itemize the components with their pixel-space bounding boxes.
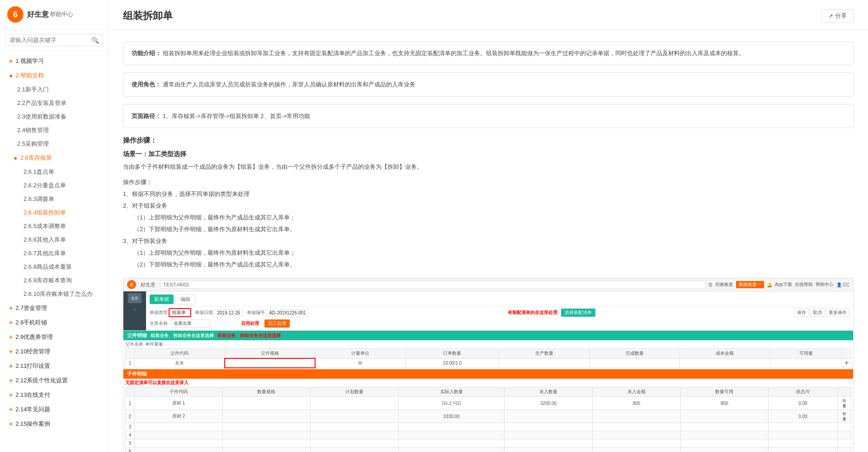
table-row: 3 (126, 423, 851, 431)
ss-save-btn[interactable]: 保存 (794, 309, 809, 317)
sidebar-item-2-2[interactable]: 2.2产品安装及登录 (0, 96, 108, 110)
path-label: 页面路径： (132, 113, 161, 119)
search-input[interactable] (5, 34, 103, 46)
sidebar-item-2-4[interactable]: 2.4销售管理 (0, 124, 108, 137)
ss-tab-active[interactable]: 新单据 (150, 295, 174, 304)
sidebar-item-2-13[interactable]: + 2.13在线支付 (0, 388, 108, 402)
step3-1: （1）上部明细为父件明细，最终作为原材料生成其它出库单； (123, 247, 854, 259)
ss-menu-icon: ☰ (708, 282, 712, 287)
logo-icon: 6 (7, 6, 24, 23)
ss-top-table-wrap: 父件名称 单件重量 父件代码 父件规格 计量单位 订单数量 生产数量 (123, 340, 853, 369)
sidebar-item-2-6-9[interactable]: 2.6.9库存账本查询 (0, 274, 108, 287)
step1: 1、根据不同的业务，选择不同单据的类型来处理 (123, 188, 854, 200)
screenshot-container: 6 好生意 TEST-H002 ☰ 切换账套 新建账套一 🔔 App下载 在线帮… (123, 278, 854, 452)
sidebar-item-2-11[interactable]: + 2.11打印设置 (0, 359, 108, 373)
ss-field-doctype: 组装单 (169, 308, 191, 317)
sidebar-item-2-10[interactable]: + 2.10经营管理 (0, 344, 108, 359)
nav-tree: + 1.视频学习 ● 2.帮助文档 2.1新手入门 2.2产品安装及登录 2.3… (0, 51, 108, 452)
expand-icon: + (9, 57, 13, 65)
expand-icon: + (9, 333, 13, 341)
ss-section-header: 父件明细 组装业务、拆卸业务在这里选择 组装业务、拆卸业务在这里选择 (123, 331, 853, 340)
sidebar-item-2-6-8[interactable]: 2.6.8商品成本重算 (0, 260, 108, 274)
ss-bottom-table: 子件代码 数量规格 计划数量 实际入数量 未入数量 未入金额 数量可用 状态/V (125, 387, 851, 452)
page-header: 组装拆卸单 ↗ 分享 (108, 0, 868, 30)
scene1-title: 场景一：加工类型选择 (123, 150, 854, 158)
expand-icon: + (9, 305, 13, 312)
sidebar-item-2-14[interactable]: + 2.14常见问题 (0, 402, 108, 417)
sidebar-item-2-6[interactable]: ● 2.6库存核算 (0, 151, 108, 165)
main-content: 组装拆卸单 ↗ 分享 功能介绍： 组装拆卸单用来处理企业组装或拆卸等加工业务，支… (108, 0, 868, 452)
table-row: 5 (126, 439, 851, 447)
path-text: 1、库存核算->库存管理->组装拆卸单 2、首页->常用功能 (163, 113, 311, 119)
table-row: 1 原材 1 (以上+以) 3200.00 800 800 0.00 ⚙ 🗑 (126, 397, 851, 410)
collapse-icon-2-6: ● (14, 154, 17, 162)
sidebar-item-2-8[interactable]: + 2.8手机旺铺 (0, 315, 108, 330)
table-row: 6 (126, 447, 851, 452)
sidebar-item-2-6-5[interactable]: 2.6.5成本调整单 (0, 219, 108, 233)
sidebar-item-2-12[interactable]: + 2.12系统个性化设置 (0, 373, 108, 388)
sidebar-item-2-6-4[interactable]: 2.6.4组装拆卸单 (0, 206, 108, 219)
ss-annotation-top: 有装配清单的在这里处理 (508, 309, 557, 316)
function-intro-label: 功能介绍： (132, 50, 161, 57)
ss-toolbar2: 仓库名称 仓库出库 启用处理 完工处理 (150, 319, 849, 328)
ss-process-btn[interactable]: 完工处理 (264, 319, 290, 328)
sidebar-item-2-6-6[interactable]: 2.6.6其他入库单 (0, 233, 108, 247)
ss-toolbar: 单据类型 组装单 单据日期 2019-12-26 单据编号 AD-2019122… (150, 306, 849, 319)
ss-select-btn[interactable]: 选择装配清单 (561, 309, 595, 317)
ss-annotation-bottom: 无固定清单可以直接在这里录入 (125, 379, 851, 387)
search-icon: 🔍 (91, 37, 99, 44)
screenshot-mockup: 6 好生意 TEST-H002 ☰ 切换账套 新建账套一 🔔 App下载 在线帮… (123, 278, 853, 452)
step2-1: （1）上部明细为父件明细，最终作为产成品生成其它入库单； (123, 212, 854, 224)
expand-icon: + (9, 377, 13, 384)
role-label: 使用角色： (132, 81, 161, 88)
ss-topbar: 6 好生意 TEST-H002 ☰ 切换账套 新建账套一 🔔 App下载 在线帮… (123, 278, 853, 291)
ss-cancel-btn[interactable]: 取消 (810, 309, 825, 317)
ss-field-date: 2019-12-26 (214, 309, 243, 316)
ss-annotation-process: 启用处理 (241, 320, 259, 327)
sidebar-item-2-6-1[interactable]: 2.6.1盘点单 (0, 165, 108, 179)
sidebar-item-2-3[interactable]: 2.3使用前数据准备 (0, 110, 108, 124)
step2-2: （2）下部明细为子件明细，最终作为原材料生成其它出库单。 (123, 224, 854, 235)
sidebar-item-2-9[interactable]: + 2.9优惠券管理 (0, 330, 108, 344)
step3-2: （2）下部明细为子件明细，最终作为产成品生成其它入库单。 (123, 259, 854, 271)
sidebar-item-2-6-7[interactable]: 2.6.7其他出库单 (0, 247, 108, 260)
expand-icon: + (9, 420, 13, 428)
ss-subnav: 首页 + 新单据 编辑 (123, 291, 853, 331)
share-button[interactable]: ↗ 分享 (821, 9, 854, 23)
sidebar: 6 好生意 帮助中心 🔍 + 1.视频学习 ● 2.帮助文档 2.1新手入门 2… (0, 0, 108, 452)
nav-label: 1.视频学习 (15, 57, 44, 65)
sidebar-item-2-1[interactable]: 2.1新手入门 (0, 83, 108, 96)
sidebar-item-2-5[interactable]: 2.5采购管理 (0, 137, 108, 151)
sidebar-item-videos[interactable]: + 1.视频学习 (0, 54, 108, 68)
page-title: 组装拆卸单 (123, 9, 173, 23)
ss-logo: 6 (127, 280, 136, 289)
collapse-icon: ● (9, 72, 13, 79)
ss-more-btn[interactable]: 更多操作 (826, 309, 849, 317)
sidebar-header: 6 好生意 帮助中心 (0, 0, 108, 29)
step2: 2、对于组装业务 (123, 200, 854, 212)
ss-new-btn: 新建账套一 (736, 281, 764, 288)
ss-company: 好生意 (139, 281, 157, 288)
scene1-steps-label: 操作步骤： (123, 176, 854, 188)
app-name: 好生意 (27, 10, 49, 19)
steps-title: 操作步骤： (123, 136, 854, 145)
sidebar-item-2-7[interactable]: + 2.7资金管理 (0, 301, 108, 315)
search-box: 🔍 (0, 29, 108, 51)
expand-icon: + (9, 406, 13, 413)
ss-tab-area: 新单据 编辑 单据类型 组装单 (146, 291, 853, 330)
ss-top-table: 父件代码 父件规格 计量单位 订单数量 生产数量 完成数量 成本金额 可用量 (125, 348, 851, 368)
sidebar-item-2-6-3[interactable]: 2.6.3调拨单 (0, 192, 108, 206)
path-block: 页面路径： 1、库存核算->库存管理->组装拆卸单 2、首页->常用功能 (123, 104, 854, 128)
sidebar-item-docs[interactable]: ● 2.帮助文档 (0, 68, 108, 83)
ss-address: TEST-H002 (160, 281, 706, 289)
ss-annotation-type: 组装业务、拆卸业务在这里选择 (217, 333, 281, 339)
ss-bottom-table-wrap: 无固定清单可以直接在这里录入 子件代码 数量规格 计划数量 实际入数量 未入数量… (123, 379, 853, 452)
sidebar-item-2-6-10[interactable]: 2.6.10库存账本错了怎么办 (0, 287, 108, 301)
role-text: 通常由生产人员或库管人员完成折装业务的操作，库管人员确认原材料的出库和产成品的入… (163, 81, 415, 88)
ss-tab-edit[interactable]: 编辑 (175, 294, 195, 305)
expand-icon: + (9, 348, 13, 355)
sidebar-item-2-6-2[interactable]: 2.6.2分量盘点单 (0, 179, 108, 192)
sidebar-item-2-15[interactable]: + 2.15操作案例 (0, 417, 108, 431)
function-intro-text: 组装拆卸单用来处理企业组装或拆卸等加工业务，支持有固定装配清单的产品加工业务，也… (163, 50, 745, 57)
ss-sub-section-header: 子件明细 ↕ (123, 369, 853, 379)
